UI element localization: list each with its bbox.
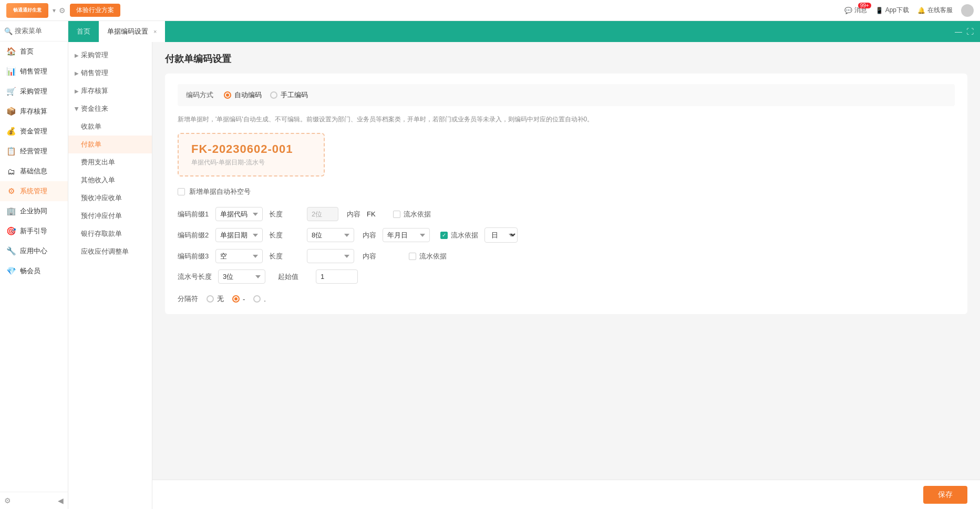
sep-none-dot	[207, 295, 214, 303]
tab-encoding-settings[interactable]: 单据编码设置 ×	[99, 21, 165, 42]
save-button[interactable]: 保存	[923, 486, 967, 504]
second-sidebar-sales-title[interactable]: ▶ 销售管理	[68, 64, 152, 82]
sidebar-item-finance[interactable]: 💰 资金管理	[0, 121, 68, 141]
top-bar-nav: ▾ ⚙	[53, 6, 66, 15]
serial-length-select[interactable]: 3位 4位 5位	[218, 269, 265, 284]
second-sidebar-item-prepay-recv[interactable]: 预收冲应收单	[68, 189, 152, 207]
second-sidebar-item-prepay-pay[interactable]: 预付冲应付单	[68, 207, 152, 225]
prefix2-row: 编码前缀2 单据日期 长度 8位 内容 年月日	[178, 227, 955, 243]
sep-none[interactable]: 无	[207, 294, 224, 304]
app-logo: 畅通通好生意	[6, 3, 48, 18]
bottom-gear-icon[interactable]: ⚙	[4, 496, 11, 505]
sidebar-item-system[interactable]: ⚙ 系统管理	[0, 181, 68, 201]
prefix3-serial-check[interactable]	[409, 253, 416, 260]
sidebar-item-appcenter[interactable]: 🔧 应用中心	[0, 241, 68, 261]
prefix1-serial-check[interactable]	[393, 211, 400, 218]
bottom-save-bar: 保存	[152, 480, 980, 509]
prefix2-label: 编码前缀2	[178, 231, 209, 240]
info-text: 新增单据时，'单据编码'自动生成、不可编辑。前缀设置为部门、业务员等档案类，开单…	[178, 115, 955, 124]
message-button[interactable]: 💬 消息 99+	[844, 6, 867, 15]
encoding-mode-row: 编码方式 自动编码 手工编码	[178, 84, 955, 106]
top-bar-left: 畅通通好生意 ▾ ⚙ 体验行业方案	[6, 3, 120, 18]
sidebar-item-inventory[interactable]: 📦 库存核算	[0, 101, 68, 121]
prefix1-serial-label: 流水依据	[404, 210, 431, 219]
system-icon: ⚙	[6, 186, 16, 196]
second-sidebar-item-bank[interactable]: 银行存取款单	[68, 225, 152, 243]
second-sidebar-item-payment[interactable]: 付款单	[68, 136, 152, 153]
sidebar-item-sales[interactable]: 📊 销售管理	[0, 61, 68, 81]
app-download-button[interactable]: 📱 App下载	[875, 6, 909, 15]
sidebar-item-basic[interactable]: 🗂 基础信息	[0, 161, 68, 181]
main-content: 付款单编码设置 编码方式 自动编码	[152, 42, 980, 480]
prefix2-serial-check[interactable]: ✓	[440, 232, 448, 239]
radio-auto-code[interactable]: 自动编码	[224, 90, 262, 100]
basic-icon: 🗂	[6, 167, 16, 176]
prefix2-length-select[interactable]: 8位	[307, 228, 354, 242]
serial-length-row: 流水号长度 3位 4位 5位 起始值	[178, 269, 955, 284]
second-sidebar-item-expense[interactable]: 费用支出单	[68, 153, 152, 171]
sidebar-item-purchase[interactable]: 🛒 采购管理	[0, 81, 68, 101]
prefix1-serial-checkbox[interactable]: 流水依据	[393, 210, 431, 219]
tab-close-icon[interactable]: ×	[153, 28, 157, 35]
sidebar-item-operation[interactable]: 📋 经营管理	[0, 141, 68, 161]
prefix3-length-select[interactable]	[307, 249, 354, 263]
solution-button[interactable]: 体验行业方案	[70, 4, 120, 17]
tab-home[interactable]: 首页	[68, 21, 99, 42]
avatar[interactable]	[961, 4, 974, 17]
sidebar-operation-label: 经营管理	[20, 147, 47, 156]
fund-group-label: 资金往来	[81, 104, 108, 113]
arrow-icon-fund: ▶	[74, 107, 80, 111]
prefix1-select[interactable]: 单据代码	[215, 207, 263, 221]
inventory-group-label: 库存核算	[81, 86, 108, 96]
start-value-input[interactable]	[316, 269, 358, 284]
nav-gear-icon[interactable]: ⚙	[59, 6, 66, 15]
second-sidebar-item-other-income[interactable]: 其他收入单	[68, 171, 152, 189]
encoding-mode-label: 编码方式	[186, 90, 213, 100]
sidebar-item-enterprise[interactable]: 🏢 企业协同	[0, 201, 68, 221]
sidebar-membership-label: 畅会员	[20, 266, 40, 276]
second-sidebar-group-fund: ▶ 资金往来 收款单 付款单 费用支出单 其他收入单 预收冲应收单 预付冲应付单…	[68, 100, 152, 261]
prefix2-length-label: 长度	[269, 231, 301, 240]
second-sidebar-item-ar-ap[interactable]: 应收应付调整单	[68, 243, 152, 261]
sidebar-item-home[interactable]: 🏠 首页	[0, 41, 68, 61]
second-sidebar-group-inventory: ▶ 库存核算	[68, 82, 152, 100]
prefix2-day-select[interactable]: 日 月 年	[484, 227, 518, 243]
sidebar-finance-label: 资金管理	[20, 127, 47, 136]
radio-manual-code[interactable]: 手工编码	[270, 90, 308, 100]
second-sidebar-item-receipt[interactable]: 收款单	[68, 118, 152, 136]
collapse-icon[interactable]: ◀	[58, 496, 64, 505]
prefix2-select[interactable]: 单据日期	[215, 228, 263, 242]
second-sidebar-purchase-title[interactable]: ▶ 采购管理	[68, 46, 152, 64]
sep-dot[interactable]: .	[253, 295, 266, 303]
prefix1-row: 编码前缀1 单据代码 长度 内容 FK 流水依据	[178, 207, 955, 221]
auto-fill-row: 新增单据自动补空号	[178, 187, 955, 196]
prefix2-content-label: 内容	[363, 231, 376, 240]
tab-minimize-icon[interactable]: —	[955, 27, 962, 36]
radio-manual-dot	[270, 91, 277, 99]
tab-maximize-icon[interactable]: ⛶	[966, 27, 974, 36]
prefix3-serial-checkbox[interactable]: 流水依据	[409, 252, 447, 261]
prefix2-content-select[interactable]: 年月日	[383, 228, 430, 242]
second-sidebar: ▶ 采购管理 ▶ 销售管理 ▶ 库存核算	[68, 42, 152, 509]
finance-icon: 💰	[6, 127, 16, 136]
sidebar-item-membership[interactable]: 💎 畅会员	[0, 261, 68, 281]
home-icon: 🏠	[6, 47, 16, 56]
tab-bar-actions: — ⛶	[955, 27, 980, 36]
arrow-icon: ▶	[75, 53, 79, 58]
search-label: 搜索菜单	[15, 26, 42, 36]
sep-dash[interactable]: -	[232, 295, 245, 303]
nav-chevron-icon[interactable]: ▾	[53, 7, 56, 14]
code-example-sub: 单据代码-单据日期-流水号	[191, 158, 311, 167]
purchase-group-label: 采购管理	[81, 50, 108, 60]
second-sidebar-inventory-title[interactable]: ▶ 库存核算	[68, 82, 152, 100]
appcenter-icon: 🔧	[6, 246, 16, 256]
prefix2-serial-checkbox[interactable]: ✓ 流水依据	[440, 231, 478, 240]
online-service-button[interactable]: 🔔 在线客服	[917, 6, 953, 15]
prefix3-select[interactable]: 空	[215, 249, 263, 263]
prefix1-content-label: 内容	[347, 210, 360, 219]
second-sidebar-fund-title[interactable]: ▶ 资金往来	[68, 100, 152, 118]
sidebar-search[interactable]: 🔍 搜索菜单	[0, 21, 68, 41]
tab-home-label: 首页	[77, 27, 90, 36]
sidebar-item-newbie[interactable]: 🎯 新手引导	[0, 221, 68, 241]
auto-fill-checkbox[interactable]	[178, 188, 185, 195]
